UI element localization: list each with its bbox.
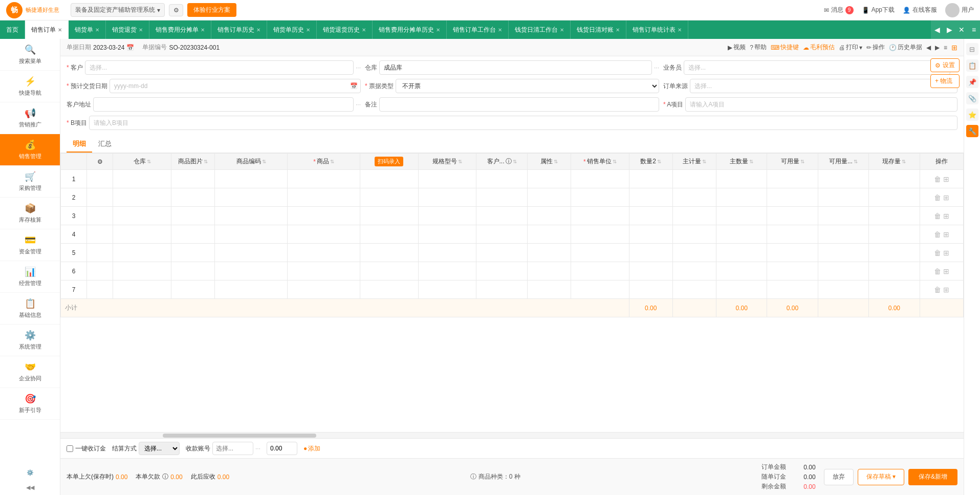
tab-fee-split-close[interactable]: ✕: [201, 27, 205, 33]
tab-reconciliation-close[interactable]: ✕: [616, 27, 620, 33]
th-avail[interactable]: 可用量 ⇅: [767, 154, 818, 170]
invoice-type-select[interactable]: 不开票 专票 普票: [396, 79, 659, 93]
row-1-customer-code[interactable]: [476, 170, 527, 188]
settings-icon[interactable]: ⚙: [169, 4, 183, 16]
row-1-delete-icon[interactable]: 🗑: [934, 175, 941, 183]
right-icon-2[interactable]: 📋: [966, 59, 978, 72]
sidebar-item-purchase[interactable]: 🛒 采购管理: [0, 166, 60, 198]
scroll-bar-wrap[interactable]: [60, 432, 964, 438]
sidebar-item-system[interactable]: ⚙️ 系统管理: [0, 325, 60, 356]
tab-fee-split[interactable]: 销售费用分摊单 ✕: [149, 20, 211, 39]
row-6-delete-icon[interactable]: 🗑: [934, 267, 941, 275]
sidebar-item-collab[interactable]: 🤝 企业协同: [0, 356, 60, 388]
settings-float-btn[interactable]: ⚙ 设置: [930, 58, 960, 72]
order-source-input[interactable]: [690, 79, 957, 93]
customer-input[interactable]: [85, 60, 354, 75]
sidebar-item-guide[interactable]: 🎯 新手引导: [0, 388, 60, 420]
th-warehouse[interactable]: 仓库 ⇅: [113, 154, 171, 170]
row-3-qty2[interactable]: [629, 207, 672, 225]
tab-order-history-close[interactable]: ✕: [256, 27, 260, 33]
row-5-copy-icon[interactable]: ⊞: [943, 249, 949, 257]
sidebar-item-marketing[interactable]: 📢 营销推广: [0, 102, 60, 134]
expand-btn[interactable]: ⊞: [951, 44, 957, 52]
row-2-copy-icon[interactable]: ⊞: [943, 193, 949, 202]
th-product[interactable]: * 商品 ⇅: [288, 154, 360, 170]
right-icon-5[interactable]: ⭐: [966, 109, 978, 121]
view-btn[interactable]: ▶ 视频: [728, 43, 746, 52]
right-icon-1[interactable]: ⊟: [966, 43, 978, 55]
tab-summary[interactable]: 汇总: [92, 136, 118, 153]
row-1-unit[interactable]: [571, 170, 629, 188]
save-draft-btn[interactable]: 保存草稿 ▾: [858, 469, 904, 485]
industry-btn[interactable]: 体验行业方案: [187, 3, 236, 17]
th-attr[interactable]: 属性 ⇅: [527, 154, 571, 170]
th-scan[interactable]: 扫码录入: [360, 154, 419, 170]
nav-next-form-btn[interactable]: ▶: [935, 44, 940, 51]
row-6-copy-icon[interactable]: ⊞: [943, 267, 949, 275]
row-1-main-qty[interactable]: [716, 170, 767, 188]
row-2-product[interactable]: [288, 188, 360, 207]
tab-order-workbench-close[interactable]: ✕: [498, 27, 502, 33]
delivery-cal-icon[interactable]: 📅: [350, 82, 358, 90]
customer-addr-input[interactable]: [93, 97, 354, 112]
save-new-btn[interactable]: 保存&新增: [908, 469, 957, 485]
calendar-icon[interactable]: 📅: [126, 44, 134, 51]
scan-btn[interactable]: 扫码录入: [375, 157, 403, 166]
tab-sales-order-close[interactable]: ✕: [58, 27, 62, 33]
row-1-warehouse[interactable]: [113, 170, 171, 188]
row-5-delete-icon[interactable]: 🗑: [934, 249, 941, 257]
row-1-copy-icon[interactable]: ⊞: [943, 175, 949, 183]
account-input[interactable]: [212, 442, 253, 455]
row-1-qty2[interactable]: [629, 170, 672, 188]
print-btn[interactable]: 🖨 打印 ▾: [839, 43, 862, 52]
add-btn[interactable]: ● 添加: [303, 444, 320, 453]
history-btn[interactable]: 🕐 历史单据: [889, 43, 922, 52]
online-service-btn[interactable]: 👤 在线客服: [903, 6, 937, 14]
amount-input[interactable]: [267, 442, 297, 455]
sidebar-item-finance[interactable]: 💳 资金管理: [0, 229, 60, 261]
row-1-product[interactable]: [288, 170, 360, 188]
row-2-code[interactable]: [215, 188, 288, 207]
tab-return-history-close[interactable]: ✕: [362, 27, 366, 33]
row-2-delete-icon[interactable]: 🗑: [934, 193, 941, 202]
nav-prev-btn[interactable]: ◀: [931, 20, 943, 39]
row-2-qty2[interactable]: [629, 188, 672, 207]
right-icon-4[interactable]: 📎: [966, 92, 978, 104]
shortcut-btn[interactable]: ⌨ 快捷键: [771, 43, 799, 52]
th-spec[interactable]: 规格型号 ⇅: [418, 154, 476, 170]
tab-sales-invoice[interactable]: 销货单 ✕: [69, 20, 106, 39]
row-2-customer-code[interactable]: [476, 188, 527, 207]
row-4-copy-icon[interactable]: ⊞: [943, 230, 949, 239]
row-1-code[interactable]: [215, 170, 288, 188]
row-2-attr[interactable]: [527, 188, 571, 207]
customer-more-icon[interactable]: ···: [356, 64, 361, 71]
help-btn[interactable]: ? 帮助: [750, 43, 767, 52]
row-2-unit[interactable]: [571, 188, 629, 207]
tab-fee-history[interactable]: 销售费用分摊单历史 ✕: [373, 20, 447, 39]
tab-home[interactable]: 首页: [0, 20, 25, 39]
messages-btn[interactable]: ✉ 消息 9: [824, 6, 854, 14]
add-logistics-btn[interactable]: + 物流: [930, 74, 960, 88]
nav-prev-form-btn[interactable]: ◀: [926, 44, 931, 51]
delivery-date-input[interactable]: [110, 79, 361, 93]
th-unit[interactable]: * 销售单位 ⇅: [571, 154, 629, 170]
th-stock[interactable]: 现存量 ⇅: [869, 154, 920, 170]
row-3-main-qty[interactable]: [716, 207, 767, 225]
tab-sales-invoice-close[interactable]: ✕: [95, 27, 99, 33]
row-7-copy-icon[interactable]: ⊞: [943, 286, 949, 294]
row-2-main-qty[interactable]: [716, 188, 767, 207]
system-selector[interactable]: 装备及固定资产辅助管理系统 ▾: [71, 3, 165, 17]
th-main-unit[interactable]: 主计量 ⇅: [672, 154, 716, 170]
sidebar-item-quicknav[interactable]: ⚡ 快捷导航: [0, 71, 60, 102]
th-avail2[interactable]: 可用量... ⇅: [818, 154, 868, 170]
right-icon-3[interactable]: 📌: [966, 76, 978, 88]
nav-menu-btn[interactable]: ≡: [968, 20, 980, 39]
tab-sales-order[interactable]: 销售订单 ✕: [25, 20, 69, 39]
row-3-delete-icon[interactable]: 🗑: [934, 212, 941, 220]
operations-btn[interactable]: ✏ 操作: [866, 43, 885, 52]
right-icon-6[interactable]: 🔧: [966, 125, 978, 137]
row-2-spec[interactable]: [418, 188, 476, 207]
scroll-bar-inner[interactable]: [163, 434, 316, 438]
tab-daily-workbench-close[interactable]: ✕: [560, 27, 564, 33]
row-1-spec[interactable]: [418, 170, 476, 188]
